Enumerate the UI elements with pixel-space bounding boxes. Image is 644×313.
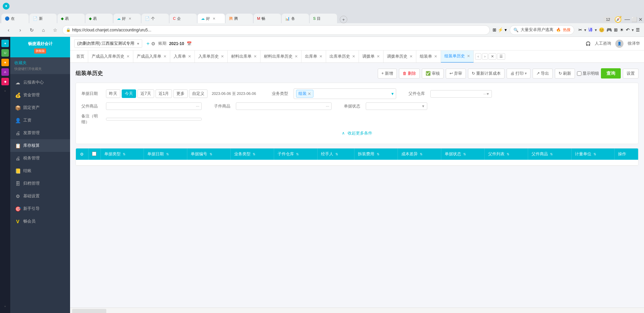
menu-item-finance[interactable]: 💰 资金管理 bbox=[10, 89, 70, 101]
col-biz-type[interactable]: 业务类型 ⇅ bbox=[231, 148, 274, 160]
scissors-icon[interactable]: ✂ bbox=[578, 27, 582, 32]
company-selector[interactable]: (勿删勿禁用) 江西服宝测试专用 ▾ bbox=[74, 39, 142, 48]
col-checkbox[interactable] bbox=[88, 148, 100, 160]
search-bar[interactable]: 🔍 大量安卓用户逃离 🔥 热搜 bbox=[510, 25, 574, 35]
col-disassemble-cost[interactable]: 拆装费用 ⇅ bbox=[354, 148, 398, 160]
close-mat-out-history[interactable]: ✕ bbox=[295, 54, 298, 59]
close-out[interactable]: ✕ bbox=[319, 54, 322, 59]
browser-tab-6[interactable]: 📄 个 bbox=[142, 14, 169, 23]
biz-type-filter[interactable]: 组装 ✕ ▾ bbox=[294, 88, 396, 99]
parent-warehouse-filter[interactable]: ··· ▾ bbox=[430, 90, 492, 98]
page-tab-prod-in[interactable]: 产成品入库单 ✕ bbox=[133, 51, 170, 63]
refresh-button[interactable]: ↻ 刷新 bbox=[555, 69, 575, 79]
close-prod-history[interactable]: ✕ bbox=[126, 54, 130, 59]
menu-item-guide[interactable]: 🎯 新手引导 bbox=[10, 202, 70, 215]
child-goods-filter[interactable]: ··· bbox=[236, 102, 332, 110]
remove-biz-type-tag[interactable]: ✕ bbox=[308, 91, 311, 96]
date-btn-yesterday[interactable]: 昨天 bbox=[106, 89, 120, 98]
dropdown-icon[interactable]: ▾ bbox=[505, 27, 507, 32]
sort-doc-status[interactable]: ⇅ bbox=[463, 152, 466, 156]
browser-tab-11[interactable]: 📊 各 bbox=[282, 14, 309, 23]
tab-close-all[interactable]: ✕ bbox=[488, 53, 496, 60]
collapse-button[interactable]: ∧ 收起更多条件 bbox=[81, 128, 633, 138]
col-child-warehouse[interactable]: 子件仓库 ⇅ bbox=[274, 148, 317, 160]
sort-parent-goods[interactable]: ⇅ bbox=[550, 152, 553, 156]
reload-button[interactable]: ↻ bbox=[27, 26, 36, 34]
close-stock-in-history[interactable]: ✕ bbox=[221, 54, 224, 59]
menu-item-archive[interactable]: 🗄 归档管理 bbox=[10, 177, 70, 190]
audit-button[interactable]: ✅ 审核 bbox=[422, 69, 444, 79]
page-tab-transfer-history[interactable]: 调拨单历史 ✕ bbox=[384, 51, 416, 63]
col-doc-no[interactable]: 单据编号 ⇅ bbox=[187, 148, 231, 160]
left-icon-bottom[interactable]: + bbox=[1, 303, 9, 310]
date-btn-custom[interactable]: 自定义 bbox=[189, 89, 207, 98]
col-parent-list[interactable]: 父件列表 ⇅ bbox=[484, 148, 528, 160]
forward-button[interactable]: › bbox=[16, 26, 25, 34]
recalculate-button[interactable]: ↻ 重新计算成本 bbox=[468, 69, 505, 79]
add-button[interactable]: + 新增 bbox=[378, 69, 397, 79]
biz-type-tag[interactable]: 组装 ✕ bbox=[296, 90, 313, 98]
undo-icon[interactable]: ↶ bbox=[626, 27, 630, 32]
left-icon-1[interactable]: ✦ bbox=[1, 40, 9, 47]
close-stock-in[interactable]: ✕ bbox=[188, 54, 191, 59]
sort-doc-date[interactable]: ⇅ bbox=[166, 152, 169, 156]
add-company-btn[interactable]: + bbox=[146, 41, 149, 47]
delete-button[interactable]: 🗑 删除 bbox=[399, 69, 420, 79]
col-settings[interactable]: ⚙ bbox=[76, 148, 88, 160]
left-icon-5[interactable]: ◆ bbox=[1, 78, 9, 85]
sort-child-warehouse[interactable]: ⇅ bbox=[296, 152, 299, 156]
browser-tab-2[interactable]: 📄 新 bbox=[29, 14, 57, 23]
sun-icon[interactable]: ☀ bbox=[620, 27, 624, 32]
emoji-icon[interactable]: 😊 bbox=[599, 27, 604, 32]
col-doc-date[interactable]: 单据日期 ⇅ bbox=[144, 148, 187, 160]
address-bar[interactable]: 🔒 https://cloud.chanjet.com/accounting/u… bbox=[62, 25, 490, 35]
select-all-checkbox[interactable] bbox=[92, 152, 96, 156]
col-handler[interactable]: 经手人 ⇅ bbox=[317, 148, 354, 160]
sort-disassemble-cost[interactable]: ⇅ bbox=[377, 152, 379, 156]
game-icon[interactable]: 🎮 bbox=[606, 27, 612, 32]
page-tab-home[interactable]: 首页 bbox=[73, 51, 88, 63]
page-tab-mat-out-history[interactable]: 材料出库单历史 ✕ bbox=[260, 51, 301, 63]
query-button[interactable]: 查询 bbox=[601, 68, 621, 79]
col-unit[interactable]: 计量单位 ⇅ bbox=[571, 148, 615, 160]
page-tab-assemble[interactable]: 组装单 ✕ bbox=[416, 51, 441, 63]
col-parent-goods[interactable]: 父件商品 ⇅ bbox=[528, 148, 571, 160]
page-tab-mat-out[interactable]: 材料出库单 ✕ bbox=[228, 51, 260, 63]
left-icon-2[interactable]: U bbox=[1, 49, 9, 57]
biz-type-dropdown[interactable]: ▾ bbox=[391, 91, 394, 96]
close-prod-in[interactable]: ✕ bbox=[163, 54, 166, 59]
parent-goods-filter[interactable]: ··· bbox=[106, 102, 202, 110]
date-btn-month[interactable]: 近1月 bbox=[156, 89, 172, 98]
parent-goods-more[interactable]: ··· bbox=[196, 104, 199, 109]
close-mat-out[interactable]: ✕ bbox=[254, 54, 257, 59]
browser-tab-1[interactable]: 🔵 在 bbox=[1, 14, 29, 23]
tab-more[interactable]: ☰ bbox=[497, 53, 505, 60]
sort-cost-diff[interactable]: ⇅ bbox=[420, 152, 422, 156]
discard-button[interactable]: ↩ 弃审 bbox=[446, 69, 466, 79]
menu-item-account[interactable]: 📒 结账 bbox=[10, 165, 70, 177]
notes-filter[interactable] bbox=[106, 118, 202, 120]
print-button[interactable]: 🖨 打印 ▾ bbox=[507, 69, 531, 79]
tab-right-arrow[interactable]: › bbox=[482, 53, 488, 60]
close-transfer-history[interactable]: ✕ bbox=[410, 54, 413, 59]
lightning-icon[interactable]: ⚡ bbox=[498, 27, 503, 32]
back-button[interactable]: ‹ bbox=[4, 26, 13, 34]
col-doc-status[interactable]: 单据状态 ⇅ bbox=[441, 148, 484, 160]
date-btn-week[interactable]: 近7天 bbox=[137, 89, 154, 98]
grid-icon[interactable]: ⊞ bbox=[493, 27, 496, 32]
sort-handler[interactable]: ⇅ bbox=[335, 152, 338, 156]
browser-tab-8[interactable]: ☁ 好 ✕ bbox=[198, 14, 225, 23]
menu-item-stock[interactable]: 📋 库存核算 bbox=[10, 139, 70, 152]
menu-item-tax[interactable]: 🖨 税务管理 bbox=[10, 152, 70, 165]
export-button[interactable]: ↗ 导出 bbox=[533, 69, 553, 79]
period-selector[interactable]: 账期 2021-10 📅 bbox=[158, 41, 192, 46]
page-tab-assemble-history[interactable]: 组装单历史 ✕ bbox=[441, 51, 474, 63]
browser-tab-4[interactable]: ◆ 易 bbox=[85, 14, 113, 23]
translate-icon[interactable]: 译 bbox=[588, 27, 593, 33]
new-tab-button[interactable]: + bbox=[340, 16, 347, 23]
sort-unit[interactable]: ⇅ bbox=[593, 152, 596, 156]
horizontal-scrollbar[interactable] bbox=[70, 308, 644, 313]
menu-item-salary[interactable]: 👤 工资 bbox=[10, 114, 70, 127]
left-icon-4[interactable]: A bbox=[1, 68, 9, 76]
browser-tab-7[interactable]: C 企 bbox=[170, 14, 197, 23]
